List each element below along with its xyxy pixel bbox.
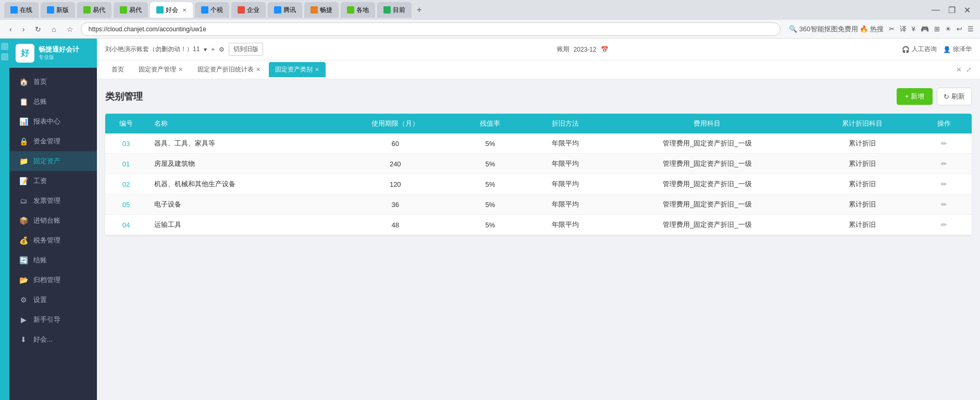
tab-fixed-asset-category[interactable]: 固定资产类别 ✕ bbox=[269, 62, 326, 77]
sidebar-item-inventory[interactable]: 📦 进销台账 bbox=[9, 211, 97, 231]
browser-tab-yidai2[interactable]: 易代 bbox=[114, 2, 148, 18]
home-button[interactable]: ⌂ bbox=[48, 24, 59, 34]
browser-tab-tengxun[interactable]: 腾讯 bbox=[268, 2, 302, 18]
tab-favicon-changjie bbox=[311, 6, 318, 14]
edit-icon-0[interactable]: ✏ bbox=[941, 139, 947, 148]
calendar-icon[interactable]: 📅 bbox=[601, 46, 609, 53]
cell-id-2: 02 bbox=[105, 174, 147, 195]
tab-depreciation-stat-close[interactable]: ✕ bbox=[256, 66, 260, 73]
sidebar-item-ledger[interactable]: 📋 总账 bbox=[9, 92, 97, 112]
sidebar-item-settings[interactable]: ⚙ 设置 bbox=[9, 290, 97, 310]
browser-tab-gedi[interactable]: 各地 bbox=[341, 2, 375, 18]
back-button[interactable]: ‹ bbox=[6, 24, 15, 34]
sidebar-label-more: 好会... bbox=[33, 335, 53, 344]
window-controls: — ❐ ✕ bbox=[928, 5, 976, 15]
cell-name-0: 器具、工具、家具等 bbox=[147, 134, 334, 154]
cell-action-0[interactable]: ✏ bbox=[916, 134, 972, 154]
switch-version-button[interactable]: 切到旧版 bbox=[229, 43, 263, 56]
sidebar-label-tax: 税务管理 bbox=[33, 236, 60, 245]
search-bar-icon: 🔍 360智能抠图免费用 🔥 热搜 bbox=[789, 25, 884, 34]
sidebar-item-archive[interactable]: 📂 归档管理 bbox=[9, 270, 97, 290]
forward-button[interactable]: › bbox=[19, 24, 28, 34]
tab-label-haohui: 好会 bbox=[166, 6, 178, 15]
brightness-icon[interactable]: ☀ bbox=[945, 25, 951, 33]
browser-tab-qiye[interactable]: 企业 bbox=[231, 2, 266, 18]
refresh-action-button[interactable]: ↻ 刷新 bbox=[937, 88, 972, 105]
user-more-button[interactable]: + bbox=[211, 46, 215, 53]
browser-tab-yidai1[interactable]: 易代 bbox=[77, 2, 111, 18]
cell-residual-2: 5% bbox=[456, 174, 524, 195]
bookmark-button[interactable]: ☆ bbox=[64, 24, 77, 34]
add-button[interactable]: + 新增 bbox=[897, 88, 933, 105]
dropdown-arrow[interactable]: ▾ bbox=[204, 46, 207, 53]
tab-label-tengxun: 腾讯 bbox=[283, 6, 296, 15]
sidebar-label-home: 首页 bbox=[33, 77, 47, 87]
sidebar-label-archive: 归档管理 bbox=[33, 275, 60, 285]
grid-icon[interactable]: ⊞ bbox=[934, 25, 940, 33]
wallet-icon[interactable]: ¥ bbox=[912, 25, 915, 33]
cell-action-3[interactable]: ✏ bbox=[916, 195, 972, 215]
tab-fixed-asset-mgmt-close[interactable]: ✕ bbox=[178, 66, 183, 73]
sidebar-item-fixed-asset[interactable]: 📁 固定资产 bbox=[9, 151, 97, 171]
tab-fixed-asset-category-close[interactable]: ✕ bbox=[315, 66, 319, 73]
window-restore[interactable]: ❐ bbox=[945, 5, 959, 15]
tab-favicon-geshui bbox=[201, 6, 208, 14]
tab-label-gedi: 各地 bbox=[356, 6, 369, 15]
sidebar-label-checkout: 结账 bbox=[33, 256, 47, 265]
cell-accumulated-2: 累计折旧 bbox=[809, 174, 917, 195]
top-bar: 刘小艳演示账套（勿删勿动！）11 ▾ + ⚙ 切到旧版 账期 2023-12 📅… bbox=[97, 39, 980, 60]
cell-action-2[interactable]: ✏ bbox=[916, 174, 972, 195]
main-content: 刘小艳演示账套（勿删勿动！）11 ▾ + ⚙ 切到旧版 账期 2023-12 📅… bbox=[97, 39, 980, 400]
sidebar-item-report[interactable]: 📊 报表中心 bbox=[9, 112, 97, 131]
edit-icon-2[interactable]: ✏ bbox=[941, 180, 947, 188]
browser-tab-close-haohui[interactable]: ✕ bbox=[182, 7, 187, 13]
edge-icon-2[interactable] bbox=[1, 53, 8, 60]
window-close[interactable]: ✕ bbox=[961, 5, 974, 15]
maximize-tabs[interactable]: ⤢ bbox=[966, 66, 972, 74]
window-minimize[interactable]: — bbox=[928, 5, 943, 15]
sidebar-item-home[interactable]: 🏠 首页 bbox=[9, 72, 97, 92]
report-icon: 📊 bbox=[19, 117, 28, 126]
sidebar-item-more[interactable]: ⬇ 好会... bbox=[9, 330, 97, 349]
browser-tab-new[interactable]: 新版 bbox=[41, 2, 75, 18]
sidebar-item-tax[interactable]: 💰 税务管理 bbox=[9, 231, 97, 250]
edit-icon-4[interactable]: ✏ bbox=[941, 221, 947, 229]
sidebar-item-invoice[interactable]: 🗂 发票管理 bbox=[9, 191, 97, 211]
user-profile-button[interactable]: 👤 徐泽华 bbox=[943, 45, 972, 54]
menu-icon[interactable]: ☰ bbox=[967, 25, 974, 33]
cell-action-1[interactable]: ✏ bbox=[916, 154, 972, 174]
new-tab-button[interactable]: + bbox=[414, 5, 425, 15]
cell-action-4[interactable]: ✏ bbox=[916, 215, 972, 235]
tab-controls: ✕ ⤢ bbox=[956, 66, 972, 74]
col-header-action: 操作 bbox=[916, 114, 972, 134]
tab-depreciation-stat[interactable]: 固定资产折旧统计表 ✕ bbox=[191, 62, 267, 77]
tab-fixed-asset-category-label: 固定资产类别 bbox=[275, 65, 313, 74]
browser-tab-geshui[interactable]: 个税 bbox=[195, 2, 229, 18]
tab-home[interactable]: 首页 bbox=[105, 62, 130, 77]
edit-icon-1[interactable]: ✏ bbox=[941, 160, 947, 168]
sidebar-item-payroll[interactable]: 📝 工资 bbox=[9, 171, 97, 191]
undo-icon[interactable]: ↩ bbox=[957, 25, 962, 33]
service-button[interactable]: 🎧 人工咨询 bbox=[902, 45, 937, 54]
tab-favicon-online bbox=[10, 6, 18, 14]
browser-tab-online[interactable]: 在线 bbox=[4, 2, 39, 18]
settings-gear-icon[interactable]: ⚙ bbox=[219, 46, 225, 53]
sidebar-item-guide[interactable]: ▶ 新手引导 bbox=[9, 310, 97, 330]
cell-expense-1: 管理费用_固定资产折旧_一级 bbox=[606, 154, 809, 174]
cut-icon[interactable]: ✂ bbox=[889, 25, 895, 33]
address-input[interactable] bbox=[81, 22, 780, 36]
close-all-tabs[interactable]: ✕ bbox=[956, 66, 962, 74]
browser-tab-changjie[interactable]: 畅捷 bbox=[304, 2, 339, 18]
tab-fixed-asset-mgmt[interactable]: 固定资产管理 ✕ bbox=[132, 62, 189, 77]
browser-tab-haohui[interactable]: 好会 ✕ bbox=[150, 2, 193, 18]
sidebar-label-fund: 资金管理 bbox=[33, 137, 60, 146]
game-icon[interactable]: 🎮 bbox=[921, 25, 929, 33]
edit-icon-3[interactable]: ✏ bbox=[941, 200, 947, 209]
col-header-period: 使用期限（月） bbox=[334, 114, 456, 134]
sidebar-item-fund[interactable]: 🔒 资金管理 bbox=[9, 131, 97, 151]
translate-icon[interactable]: 译 bbox=[900, 25, 907, 34]
refresh-button[interactable]: ↻ bbox=[32, 24, 44, 34]
sidebar-item-checkout[interactable]: 🔄 结账 bbox=[9, 250, 97, 270]
edge-icon-1[interactable] bbox=[1, 43, 8, 50]
browser-tab-muqian[interactable]: 目前 bbox=[377, 2, 412, 18]
